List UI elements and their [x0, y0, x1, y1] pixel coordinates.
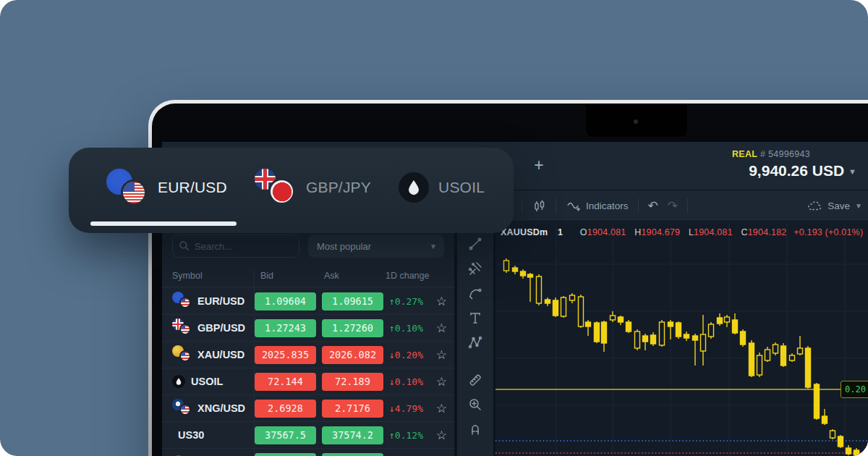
watchlist-row-xau-usd[interactable]: XAU/USD2025.8352026.082↓0.20%☆: [162, 342, 454, 368]
ask-price-button[interactable]: 72.189: [322, 373, 383, 391]
daily-change: ↓4.79%: [389, 403, 435, 414]
watchlist-column-headers: Symbol Bid Ask 1D change: [162, 258, 454, 287]
bid-price-button[interactable]: 2.6928: [255, 400, 316, 418]
watchlist-row-partial[interactable]: [162, 449, 454, 456]
daily-change: ↑0.10%: [389, 323, 435, 334]
account-meta: REAL # 54996943: [697, 149, 856, 161]
account-type-badge: REAL: [732, 149, 757, 159]
symbol-label: EUR/USD: [197, 295, 244, 307]
zoom-in-tool-icon[interactable]: [457, 392, 493, 417]
tab-eurusd[interactable]: EUR/USD: [106, 169, 227, 206]
tab-usoil[interactable]: USOIL: [399, 172, 485, 203]
ohlc-readout: XAUUSDm 1 O1904.081 H1904.679 L1904.081 …: [501, 227, 863, 237]
favorite-star-icon[interactable]: ☆: [436, 321, 447, 336]
daily-change: ↑0.12%: [389, 430, 435, 441]
watchlist-panel: Most popular ▼ Symbol Bid Ask 1D change …: [162, 223, 454, 456]
symbol-label: US30: [178, 429, 204, 441]
account-switcher[interactable]: REAL # 54996943 9,940.26 USD▼: [697, 149, 856, 180]
chart-type-candles-icon[interactable]: [532, 198, 546, 213]
xau-usd-pair-flags-icon: [172, 345, 192, 365]
bid-price-button[interactable]: [255, 453, 316, 456]
chart-change: +0.193 (+0.01%): [793, 227, 863, 237]
line-tool-icon[interactable]: [457, 232, 493, 256]
favorite-star-icon[interactable]: ☆: [436, 401, 447, 416]
bid-price-button[interactable]: 1.09604: [255, 292, 316, 311]
watchlist-row-xng-usd[interactable]: XNG/USD2.69282.7176↓4.79%☆: [162, 395, 454, 422]
watchlist-row-us30[interactable]: US3037567.537574.2↑0.12%☆: [162, 422, 454, 449]
gbp-usd-pair-flags-icon: [172, 318, 192, 338]
eur-usd-pair-flags-icon: [172, 292, 192, 311]
bid-price-button[interactable]: 37567.5: [255, 426, 316, 444]
toolbar-divider: [687, 198, 688, 213]
page-background: + REAL # 54996943 9,940.26 USD▼ m: [0, 0, 868, 456]
tab-gbpjpy[interactable]: GBP/JPY: [255, 169, 371, 206]
bid-price-button[interactable]: 72.144: [255, 373, 316, 391]
text-tool-icon[interactable]: [457, 305, 493, 330]
symbol-cell: XNG/USD: [172, 399, 255, 418]
indicators-button[interactable]: Indicators: [566, 198, 629, 213]
ask-price-button[interactable]: 1.09615: [322, 292, 383, 311]
chevron-down-icon: ▼: [855, 202, 862, 210]
price-level-tag: 0.20: [841, 381, 868, 398]
ask-price-button[interactable]: 1.27260: [322, 319, 383, 337]
watchlist-row-gbp-usd[interactable]: GBP/USD1.272431.27260↑0.10%☆: [162, 315, 454, 342]
symbol-cell: XAU/USD: [172, 345, 255, 365]
favorite-star-icon[interactable]: ☆: [436, 374, 447, 389]
ask-price-button[interactable]: [322, 453, 383, 456]
active-tab-underline: [90, 221, 237, 226]
pattern-tool-icon[interactable]: [457, 330, 493, 355]
ask-price-button[interactable]: 2.7176: [322, 400, 383, 418]
daily-change: ↓0.20%: [389, 350, 435, 360]
symbol-label: XNG/USD: [197, 402, 245, 414]
toolbar-divider: [522, 198, 522, 213]
ask-price-button[interactable]: 2026.082: [322, 346, 383, 364]
new-chart-tab-button[interactable]: +: [528, 154, 550, 176]
symbol-cell: USOIL: [172, 375, 255, 388]
account-balance: 9,940.26 USD▼: [697, 161, 856, 180]
watchlist-row-eur-usd[interactable]: EUR/USD1.096041.09615↑0.27%☆: [162, 288, 454, 315]
search-icon: [179, 240, 190, 254]
ruler-tool-icon[interactable]: [457, 368, 493, 392]
cloud-icon: [807, 200, 822, 211]
search-box: [172, 235, 299, 258]
favorite-star-icon[interactable]: ☆: [436, 294, 447, 309]
oil-drop-icon: [172, 375, 185, 388]
drawing-tools-rail: [457, 223, 493, 456]
undo-button[interactable]: ↶: [648, 198, 658, 214]
favorite-star-icon[interactable]: ☆: [436, 347, 447, 363]
symbol-cell: EUR/USD: [172, 292, 255, 311]
toolbar-divider: [556, 198, 556, 213]
daily-change: ↑0.27%: [389, 296, 435, 307]
oil-drop-icon: [399, 172, 429, 203]
magnet-tool-icon[interactable]: [457, 417, 493, 442]
pitchfork-tool-icon[interactable]: [457, 256, 493, 281]
symbol-label: USOIL: [191, 376, 223, 387]
toolbar-divider: [638, 198, 639, 213]
chart-symbol: XAUUSDm: [501, 227, 548, 237]
chart-canvas[interactable]: XAUUSDm 1 O1904.081 H1904.679 L1904.081 …: [495, 223, 868, 456]
redo-button[interactable]: ↷: [668, 198, 678, 214]
ask-price-button[interactable]: 37574.2: [322, 426, 383, 444]
watchlist-filter-select[interactable]: Most popular ▼: [308, 235, 444, 258]
symbol-cell: GBP/USD: [172, 318, 255, 338]
favorite-star-icon[interactable]: ☆: [436, 428, 447, 443]
search-input[interactable]: [172, 235, 299, 258]
eur-usd-pair-flags-icon: [106, 169, 148, 206]
webcam-notch: [586, 104, 687, 137]
webcam-dot: [634, 119, 638, 124]
chevron-down-icon: ▼: [430, 242, 437, 250]
terminal-content: Most popular ▼ Symbol Bid Ask 1D change …: [162, 223, 868, 456]
bid-price-button[interactable]: 2025.835: [255, 346, 316, 364]
xng-usd-pair-flags-icon: [172, 399, 192, 418]
watchlist-row-usoil[interactable]: USOIL72.14472.189↓0.10%☆: [162, 368, 454, 395]
symbol-label: GBP/USD: [197, 322, 245, 334]
bid-price-button[interactable]: 1.27243: [255, 319, 316, 337]
chart-timeframe: 1: [558, 227, 563, 237]
brush-tool-icon[interactable]: [457, 281, 493, 305]
account-number: # 54996943: [760, 149, 810, 159]
daily-change: ↓0.10%: [389, 376, 435, 387]
symbol-label: XAU/USD: [197, 349, 244, 360]
watchlist-rows: EUR/USD1.096041.09615↑0.27%☆GBP/USD1.272…: [162, 288, 454, 456]
save-button[interactable]: Save ▼: [807, 200, 862, 211]
candlestick-chart: [495, 223, 868, 456]
